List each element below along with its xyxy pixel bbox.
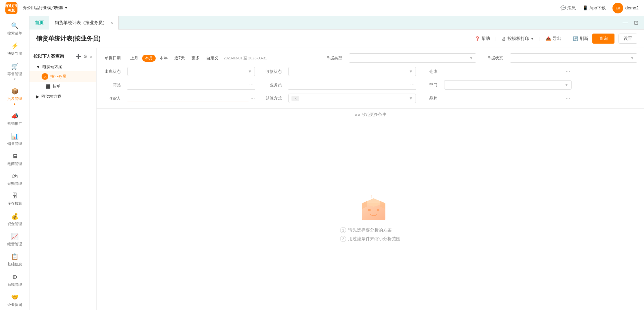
sidebar: 🔍 搜索菜单 ⚡ 快捷导航 🛒 零售管理 ▼ 📦 批发管理 ▲ 📣 营销推广 <box>0 16 30 310</box>
group-label: 电脑端方案 <box>42 64 62 70</box>
order-type-control: ▼ <box>349 53 476 63</box>
goods-dots-icon: ··· <box>249 82 254 88</box>
warehouse-control: ··· <box>444 67 572 76</box>
main-body: 按以下方案查询 ➕ ⚙ « ▼ 电脑端方案 人 <box>30 48 644 310</box>
sidebar-item-inventory[interactable]: 🗄 库存核算 <box>0 189 29 209</box>
left-panel-header: 按以下方案查询 ➕ ⚙ « <box>30 51 96 61</box>
receiver-label: 收货人 <box>103 96 121 101</box>
template-print-btn[interactable]: 🖨 按模板打印 ▼ <box>502 36 534 42</box>
settlement-select[interactable]: × ▼ <box>288 94 416 103</box>
settings-btn[interactable]: 设置 <box>619 34 637 44</box>
collection-status-select[interactable]: ▼ <box>288 67 416 76</box>
last-7-days-tab[interactable]: 近7天 <box>172 55 187 62</box>
export-btn[interactable]: 📤 导出 <box>546 36 561 42</box>
sidebar-item-finance[interactable]: 💰 资金管理 <box>0 209 29 229</box>
tab-minimize-btn[interactable]: — <box>621 19 629 27</box>
sidebar-item-purchase[interactable]: 🛍 采购管理 <box>0 169 29 189</box>
receiver-control: ··· <box>127 94 255 102</box>
settlement-tag-remove[interactable]: × <box>294 96 297 101</box>
group-label: 移动端方案 <box>41 94 61 99</box>
sidebar-item-quick-nav[interactable]: ⚡ 快捷导航 <box>0 39 29 59</box>
receiver-input[interactable] <box>127 94 249 102</box>
scheme-group-mobile-title[interactable]: ▶ 移动端方案 <box>30 92 96 101</box>
page-actions: ❓ 帮助 | 🖨 按模板打印 ▼ | 📤 导出 | <box>475 34 637 44</box>
goods-select[interactable]: ··· <box>127 80 255 90</box>
filter-row-3: 商品 ··· 业务员 ··· <box>103 80 637 90</box>
order-status-select[interactable]: ▼ <box>510 53 637 63</box>
this-year-tab[interactable]: 本年 <box>157 55 170 62</box>
scheme-group-mobile: ▶ 移动端方案 <box>30 92 96 101</box>
last-month-tab[interactable]: 上月 <box>127 55 141 62</box>
panel-icons: ➕ ⚙ « <box>75 54 92 59</box>
left-panel: 按以下方案查询 ➕ ⚙ « ▼ 电脑端方案 人 <box>30 48 97 310</box>
chevron-down-icon: ▼ <box>64 6 68 10</box>
user-profile[interactable]: Ea demo2 <box>612 3 639 13</box>
svg-text:↑: ↑ <box>370 193 373 199</box>
sidebar-item-ecommerce[interactable]: 🖥 电商管理 <box>0 150 29 169</box>
salesperson-select[interactable]: ··· <box>288 80 416 90</box>
settlement-label: 结算方式 <box>262 96 282 101</box>
salesperson-control: ··· <box>288 80 416 90</box>
chevron-print-icon: ▼ <box>531 37 534 41</box>
custom-tab[interactable]: 自定义 <box>204 55 221 62</box>
tab-expand-btn[interactable]: ⊡ <box>632 19 640 27</box>
this-month-tab[interactable]: 本月 <box>142 55 156 62</box>
message-btn[interactable]: 💬 消息 <box>560 5 576 11</box>
department-control: ▼ <box>444 80 572 90</box>
svg-point-5 <box>377 209 379 211</box>
user-name: demo2 <box>625 5 639 10</box>
sidebar-item-label: 系统管理 <box>7 282 22 287</box>
out-status-label: 出库状态 <box>103 69 121 74</box>
chevron-right-icon: ▶ <box>36 94 39 99</box>
sidebar-item-label: 企业协同 <box>7 302 22 307</box>
scheme-sub-item-by-order[interactable]: ⬛ 按单 <box>30 82 96 91</box>
filter-row-2: 出库状态 ▼ 收款状态 ▼ <box>103 67 637 76</box>
help-btn[interactable]: ❓ 帮助 <box>475 36 490 42</box>
app-selector-dropdown[interactable]: 办公用品行业模拟账套 ▼ <box>23 5 68 11</box>
sidebar-item-ops[interactable]: 📈 经营管理 <box>0 229 29 250</box>
sidebar-item-label: 搜索菜单 <box>7 31 22 36</box>
settings-scheme-icon[interactable]: ⚙ <box>83 54 88 59</box>
ecommerce-icon: 🖥 <box>12 153 18 160</box>
filter-row-4: 收货人 ··· 结算方式 × <box>103 94 637 103</box>
tab-home[interactable]: 首页 <box>30 16 49 30</box>
app-download-btn[interactable]: 📱 App下载 <box>583 5 606 11</box>
scheme-sub-label: 按单 <box>53 84 61 89</box>
sidebar-item-enterprise[interactable]: 🤝 企业协同 <box>0 290 29 310</box>
scheme-label: 按业务员 <box>50 74 66 80</box>
scheme-group-desktop-title[interactable]: ▼ 电脑端方案 <box>30 63 96 71</box>
chevron-out-icon: ▼ <box>248 69 252 74</box>
sidebar-item-wholesale[interactable]: 📦 批发管理 ▲ <box>0 84 29 109</box>
download-icon: 📱 <box>583 5 588 10</box>
out-status-select[interactable]: ▼ <box>127 67 255 76</box>
sidebar-item-marketing[interactable]: 📣 营销推广 <box>0 109 29 129</box>
scheme-item-by-salesperson[interactable]: 人 按业务员 <box>30 71 96 82</box>
sidebar-item-retail[interactable]: 🛒 零售管理 ▼ <box>0 59 29 84</box>
query-btn[interactable]: 查询 <box>592 34 614 44</box>
sidebar-item-system[interactable]: ⚙ 系统管理 <box>0 270 29 290</box>
settlement-control: × ▼ <box>288 94 416 103</box>
sidebar-item-sales[interactable]: 📊 销售管理 <box>0 129 29 149</box>
sidebar-item-label: 电商管理 <box>7 161 22 166</box>
order-type-select[interactable]: ▼ <box>349 53 476 63</box>
basic-info-icon: 📋 <box>11 253 18 260</box>
tab-close-btn[interactable]: × <box>110 20 113 25</box>
page-header: 销货单统计表(按业务员) ❓ 帮助 | 🖨 按模板打印 ▼ | 📤 <box>30 30 644 48</box>
warehouse-select[interactable]: ··· <box>444 67 572 76</box>
empty-hint-2: 2 用过滤条件来缩小分析范围 <box>340 236 400 242</box>
refresh-btn[interactable]: 🔄 刷新 <box>573 36 588 42</box>
retail-icon: 🛒 <box>11 63 18 70</box>
right-panel: 单据日期 上月 本月 本年 近7天 更多 自定义 2023-03-01 至 20… <box>97 48 644 310</box>
tab-sales-stat[interactable]: 销货单统计表（按业务员） × <box>49 16 119 30</box>
sidebar-item-label: 销售管理 <box>7 141 22 146</box>
add-scheme-icon[interactable]: ➕ <box>75 54 81 59</box>
empty-hints: 1 请先选择要分析的方案 2 用过滤条件来缩小分析范围 <box>340 227 400 242</box>
collapse-panel-icon[interactable]: « <box>90 54 92 59</box>
department-select[interactable]: ▼ <box>444 80 572 90</box>
sidebar-item-label: 采购管理 <box>7 181 22 186</box>
collapse-bar[interactable]: ∧∧ 收起更多条件 <box>97 109 644 120</box>
brand-select[interactable]: ··· <box>444 94 572 103</box>
sidebar-item-search-menu[interactable]: 🔍 搜索菜单 <box>0 19 29 39</box>
sidebar-item-basic-info[interactable]: 📋 基础信息 <box>0 250 29 270</box>
more-tab[interactable]: 更多 <box>189 55 202 62</box>
